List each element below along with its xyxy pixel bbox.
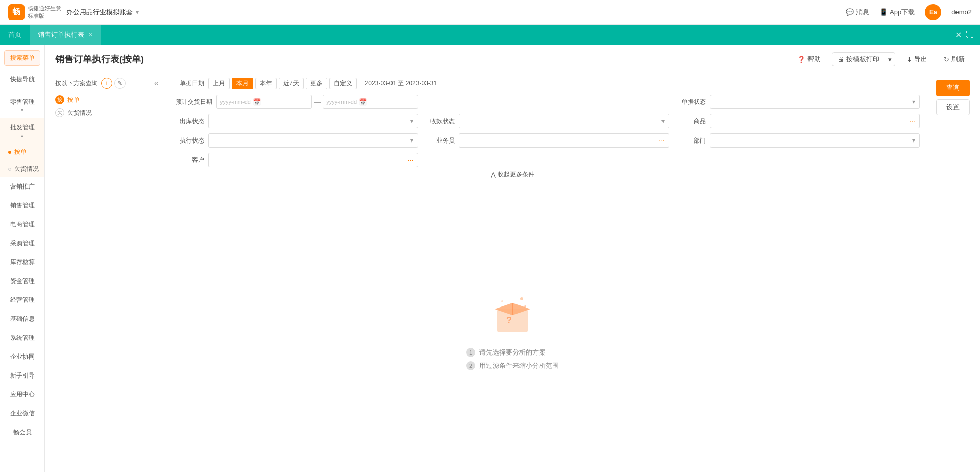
expected-date-end-input[interactable]: yyyy-mm-dd 📅	[323, 95, 418, 109]
data-area: ? 1 请先选择要分析的方案 2 用过滤条件来缩小分析范围	[45, 186, 980, 472]
sidebar-submenu-wholesale: 按单 欠货情况	[0, 144, 44, 177]
sidebar-item-basic[interactable]: 基础信息	[0, 310, 44, 328]
refresh-icon: ↻	[944, 56, 949, 63]
filter-panel: 按以下方案查询 + ✎ « 按 按单 欠 欠货情况	[45, 72, 980, 186]
calendar-icon: 📅	[253, 98, 261, 106]
print-dropdown-button[interactable]: ▾	[885, 54, 895, 65]
receipt-status-select[interactable]: ▾	[459, 114, 669, 128]
help-button[interactable]: ❓ 帮助	[792, 53, 826, 66]
dept-label: 部门	[677, 136, 706, 145]
date-tag-custom[interactable]: 自定义	[329, 78, 357, 89]
app-title-bar: 办公用品行业模拟账套 ▾	[66, 8, 139, 17]
date-separator: —	[314, 98, 321, 106]
tab-sales-order[interactable]: 销售订单执行表 ✕	[30, 25, 101, 45]
sidebar-item-inventory[interactable]: 库存核算	[0, 253, 44, 272]
svg-text:?: ?	[506, 315, 512, 325]
filter-customer: 客户 ···	[176, 153, 418, 167]
sidebar-subitem-debt[interactable]: 欠货情况	[0, 160, 44, 177]
active-dot	[8, 151, 11, 154]
query-actions: 查询 设置	[928, 78, 970, 115]
empty-state: ? 1 请先选择要分析的方案 2 用过滤条件来缩小分析范围	[466, 289, 559, 370]
app-title-chevron-icon[interactable]: ▾	[136, 9, 139, 16]
sidebar-divider	[4, 90, 40, 90]
sidebar-item-wechat[interactable]: 企业微信	[0, 404, 44, 423]
sidebar-item-wholesale[interactable]: 批发管理 ▴	[0, 118, 44, 144]
avatar[interactable]: Ea	[925, 4, 941, 20]
out-status-select[interactable]: ▾	[208, 114, 418, 128]
add-scheme-button[interactable]: +	[101, 78, 112, 89]
scheme-dot-filled: 按	[55, 95, 64, 104]
date-tag-this-year[interactable]: 本年	[255, 78, 277, 89]
top-header: 畅 畅捷通好生意 标准版 办公用品行业模拟账套 ▾ 💬 消息 📱 App下载 E…	[0, 0, 980, 25]
message-button[interactable]: 💬 消息	[846, 8, 869, 17]
filter-receipt-status: 收款状态 ▾	[426, 114, 669, 128]
product-dots-icon: ···	[909, 117, 915, 125]
sidebar-item-finance[interactable]: 资金管理	[0, 272, 44, 291]
collapse-more-button[interactable]: ⋀ 收起更多条件	[55, 167, 970, 182]
customer-select[interactable]: ···	[208, 153, 418, 167]
date-range-display: 2023-03-01 至 2023-03-31	[365, 79, 437, 88]
search-menu-button[interactable]: 搜索菜单	[4, 50, 40, 66]
sidebar-item-enterprise[interactable]: 企业协同	[0, 347, 44, 366]
edit-scheme-button[interactable]: ✎	[114, 78, 126, 89]
sidebar-item-marketing[interactable]: 营销推广	[0, 177, 44, 196]
sidebar-item-ecommerce[interactable]: 电商管理	[0, 215, 44, 234]
top-header-left: 畅 畅捷通好生意 标准版 办公用品行业模拟账套 ▾	[8, 4, 139, 20]
product-label: 商品	[677, 117, 706, 126]
tab-close-window-icon[interactable]: ✕	[955, 30, 962, 40]
sidebar-item-purchase[interactable]: 采购管理	[0, 234, 44, 253]
nav-tabs-right: ✕ ⛶	[955, 30, 980, 40]
query-button[interactable]: 查询	[936, 80, 970, 96]
sidebar-subitem-order[interactable]: 按单	[0, 144, 44, 160]
receipt-status-label: 收款状态	[426, 117, 455, 126]
sidebar-item-quick-nav[interactable]: 快捷导航	[0, 71, 44, 88]
sidebar-item-appstore[interactable]: 应用中心	[0, 385, 44, 404]
scheme-panel: 按以下方案查询 + ✎ « 按 按单 欠 欠货情况	[55, 78, 167, 120]
tab-home[interactable]: 首页	[0, 25, 30, 45]
product-select[interactable]: ···	[710, 114, 920, 128]
tip-num-1: 1	[466, 348, 475, 357]
dept-select[interactable]: ▾	[710, 133, 920, 148]
print-main-button[interactable]: 🖨 按模板打印	[832, 53, 885, 66]
logo-icon: 畅	[8, 4, 24, 20]
sidebar: 搜索菜单 快捷导航 零售管理 ▾ 批发管理 ▴ 按单 欠货情况 营销推广 销售管	[0, 45, 45, 472]
date-tag-last-month[interactable]: 上月	[208, 78, 230, 89]
sidebar-item-sales[interactable]: 销售管理	[0, 196, 44, 215]
date-tags: 上月 本月 本年 近7天 更多 自定义	[208, 78, 357, 89]
filter-right-area: 单据日期 上月 本月 本年 近7天 更多 自定义 2023-03-01	[167, 78, 920, 167]
svg-point-2	[524, 305, 526, 308]
chevron-down-icon: ▾	[410, 137, 413, 144]
filter-content: 按以下方案查询 + ✎ « 按 按单 欠 欠货情况	[55, 78, 970, 167]
page-header-actions: ❓ 帮助 🖨 按模板打印 ▾ ⬇ 导出 ↻ 刷新	[792, 52, 970, 66]
date-range-text: 2023-03-01 至 2023-03-31	[365, 79, 437, 88]
sidebar-item-member[interactable]: 畅会员	[0, 423, 44, 442]
export-button[interactable]: ⬇ 导出	[901, 53, 933, 66]
date-tag-last7[interactable]: 近7天	[279, 78, 304, 89]
salesperson-select[interactable]: ···	[459, 133, 669, 148]
exec-status-select[interactable]: ▾	[208, 133, 418, 148]
refresh-button[interactable]: ↻ 刷新	[939, 53, 970, 66]
filter-grid-row4: 客户 ···	[176, 153, 920, 167]
sidebar-item-operations[interactable]: 经营管理	[0, 291, 44, 310]
date-tag-this-month[interactable]: 本月	[232, 78, 253, 89]
scheme-item-debt[interactable]: 欠 欠货情况	[55, 106, 159, 120]
customer-label: 客户	[176, 156, 204, 164]
content-area: 销售订单执行表(按单) ❓ 帮助 🖨 按模板打印 ▾ ⬇ 导出	[45, 45, 980, 472]
app-download-button[interactable]: 📱 App下载	[879, 8, 915, 17]
tab-maximize-icon[interactable]: ⛶	[966, 30, 974, 39]
user-name[interactable]: demo2	[951, 8, 972, 16]
settings-button[interactable]: 设置	[936, 99, 970, 115]
expected-date-start-input[interactable]: yyyy-mm-dd 📅	[216, 95, 312, 109]
expected-delivery-label: 预计交货日期	[176, 98, 212, 106]
scheme-actions: + ✎	[101, 78, 126, 89]
sidebar-item-retail[interactable]: 零售管理 ▾	[0, 92, 44, 118]
sidebar-item-newbie[interactable]: 新手引导	[0, 366, 44, 385]
help-icon: ❓	[797, 56, 805, 63]
order-status-select[interactable]: ▾	[710, 95, 920, 109]
calendar-end-icon: 📅	[359, 98, 367, 106]
tab-close-icon[interactable]: ✕	[88, 32, 93, 38]
collapse-panel-button[interactable]: «	[154, 79, 159, 88]
date-tag-more[interactable]: 更多	[306, 78, 327, 89]
scheme-item-order[interactable]: 按 按单	[55, 93, 159, 106]
sidebar-item-system[interactable]: 系统管理	[0, 328, 44, 347]
